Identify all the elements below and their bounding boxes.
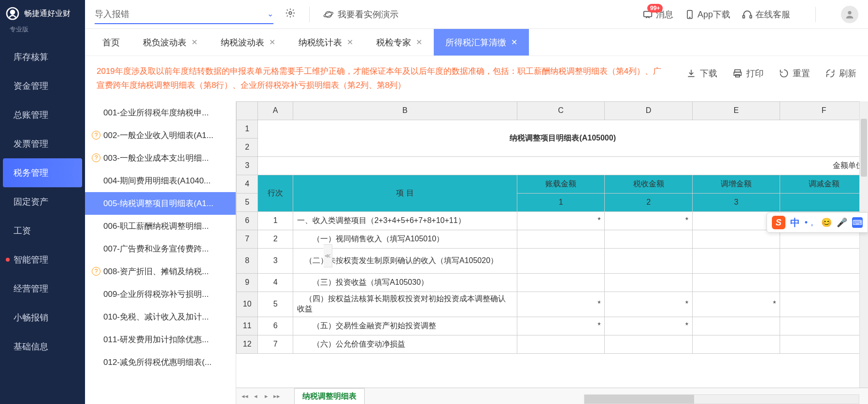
tab-3[interactable]: 纳税统计表✕ xyxy=(287,29,365,56)
sheet-title[interactable]: 纳税调整项目明细表(A105000) xyxy=(258,120,868,156)
data-d[interactable]: * xyxy=(605,292,693,317)
sheet-nav-next[interactable]: ▸ xyxy=(261,392,271,400)
col-header-E[interactable]: E xyxy=(692,101,780,120)
data-d[interactable] xyxy=(605,335,693,353)
data-item[interactable]: （六）公允价值变动净损益 xyxy=(293,335,517,353)
nav-item-1[interactable]: 资金管理 xyxy=(0,71,85,100)
form-item-9[interactable]: 010-免税、减计收入及加计... xyxy=(85,306,236,328)
data-c[interactable]: * xyxy=(517,292,605,317)
support-button[interactable]: 在线客服 xyxy=(742,9,790,20)
search-dropdown[interactable]: 导入报错 ⌄ xyxy=(95,5,273,24)
sheet-tab[interactable]: 纳税调整明细表 xyxy=(294,388,365,404)
close-icon[interactable]: ✕ xyxy=(269,38,275,47)
row-num[interactable]: 4 xyxy=(237,175,258,193)
data-c[interactable] xyxy=(517,273,605,292)
data-f[interactable] xyxy=(780,317,868,335)
form-item-10[interactable]: 011-研发费用加计扣除优惠... xyxy=(85,328,236,351)
tab-4[interactable]: 税检专家✕ xyxy=(365,29,434,56)
gear-icon[interactable] xyxy=(285,8,296,21)
nav-item-4[interactable]: 税务管理 xyxy=(3,158,82,187)
row-num[interactable]: 12 xyxy=(237,335,258,353)
form-item-6[interactable]: 007-广告费和业务宣传费跨... xyxy=(85,237,236,260)
row-num[interactable]: 11 xyxy=(237,317,258,335)
data-e[interactable] xyxy=(692,273,780,292)
form-item-3[interactable]: 004-期间费用明细表(A1040... xyxy=(85,169,236,192)
horizontal-scrollbar[interactable] xyxy=(584,394,859,404)
row-num[interactable]: 6 xyxy=(237,211,258,230)
nav-item-3[interactable]: 发票管理 xyxy=(0,129,85,158)
col-header-F[interactable]: F xyxy=(780,101,868,120)
hdr2-c[interactable]: 1 xyxy=(517,193,605,211)
data-e[interactable] xyxy=(692,248,780,273)
form-item-8[interactable]: 009-企业所得税弥补亏损明... xyxy=(85,283,236,306)
data-f[interactable] xyxy=(780,292,868,317)
data-c[interactable] xyxy=(517,335,605,353)
data-item[interactable]: （三）投资收益（填写A105030） xyxy=(293,273,517,292)
row-num[interactable]: 9 xyxy=(237,273,258,292)
tab-0[interactable]: 首页 xyxy=(91,29,131,56)
row-num[interactable]: 10 xyxy=(237,292,258,317)
data-e[interactable]: * xyxy=(692,292,780,317)
form-item-11[interactable]: 012-减免所得税优惠明细表(... xyxy=(85,351,236,374)
data-d[interactable] xyxy=(605,248,693,273)
hdr-item[interactable]: 项 目 xyxy=(293,175,517,211)
nav-item-7[interactable]: 智能管理 xyxy=(0,245,85,274)
close-icon[interactable]: ✕ xyxy=(511,38,517,47)
close-icon[interactable]: ✕ xyxy=(416,38,422,47)
hdr-rownum[interactable]: 行次 xyxy=(258,175,293,211)
data-d[interactable] xyxy=(605,230,693,248)
data-seq[interactable]: 6 xyxy=(258,317,293,335)
data-e[interactable] xyxy=(692,317,780,335)
data-c[interactable] xyxy=(517,248,605,273)
hdr-d[interactable]: 税收金额 xyxy=(605,175,693,193)
sheet-nav-last[interactable]: ▸▸ xyxy=(272,392,282,400)
data-seq[interactable]: 1 xyxy=(258,211,293,230)
collapse-handle[interactable]: ≪ xyxy=(324,244,332,267)
data-item[interactable]: （五）交易性金融资产初始投资调整 xyxy=(293,317,517,335)
data-e[interactable] xyxy=(692,335,780,353)
data-seq[interactable]: 4 xyxy=(258,273,293,292)
form-item-1[interactable]: ?002-一般企业收入明细表(A1... xyxy=(85,124,236,147)
tab-5[interactable]: 所得税汇算清缴✕ xyxy=(434,29,529,56)
hdr2-f[interactable] xyxy=(780,193,868,211)
nav-item-0[interactable]: 库存核算 xyxy=(0,42,85,71)
row-num[interactable]: 1 xyxy=(237,120,258,138)
data-f[interactable] xyxy=(780,248,868,273)
row-num[interactable]: 3 xyxy=(237,156,258,175)
ime-emoji-icon[interactable]: 😊 xyxy=(821,217,832,228)
tab-1[interactable]: 税负波动表✕ xyxy=(131,29,209,56)
ime-keyboard-icon[interactable]: ⌨ xyxy=(852,217,863,228)
row-num[interactable]: 8 xyxy=(237,248,258,273)
row-num[interactable]: 2 xyxy=(237,138,258,156)
app-download-button[interactable]: App下载 xyxy=(685,9,730,20)
data-d[interactable] xyxy=(605,273,693,292)
nav-item-8[interactable]: 经营管理 xyxy=(0,274,85,303)
col-header-D[interactable]: D xyxy=(605,101,693,120)
tab-2[interactable]: 纳税波动表✕ xyxy=(209,29,287,56)
form-item-5[interactable]: 006-职工薪酬纳税调整明细... xyxy=(85,215,236,237)
refresh-button[interactable]: 刷新 xyxy=(825,68,856,79)
ime-punct-icon[interactable]: •， xyxy=(805,217,816,228)
ime-toolbar[interactable]: S 中 •， 😊 🎤 ⌨ xyxy=(767,212,868,233)
ime-mic-icon[interactable]: 🎤 xyxy=(837,217,847,228)
download-button[interactable]: 下载 xyxy=(686,68,717,79)
data-seq[interactable]: 7 xyxy=(258,335,293,353)
sheet-nav-first[interactable]: ◂◂ xyxy=(240,392,250,400)
messages-button[interactable]: 99+ 消息 xyxy=(642,9,673,20)
close-icon[interactable]: ✕ xyxy=(347,38,353,47)
row-num[interactable]: 7 xyxy=(237,230,258,248)
form-item-2[interactable]: ?003-一般企业成本支出明细... xyxy=(85,147,236,169)
close-icon[interactable]: ✕ xyxy=(191,38,198,47)
nav-item-2[interactable]: 总账管理 xyxy=(0,100,85,129)
data-c[interactable]: * xyxy=(517,211,605,230)
hdr-c[interactable]: 账载金额 xyxy=(517,175,605,193)
nav-item-9[interactable]: 小畅报销 xyxy=(0,303,85,332)
data-d[interactable]: * xyxy=(605,211,693,230)
ime-lang[interactable]: 中 xyxy=(790,216,800,229)
print-button[interactable]: 打印 xyxy=(733,68,764,79)
row-num[interactable]: 5 xyxy=(237,193,258,211)
data-f[interactable] xyxy=(780,335,868,353)
col-header-B[interactable]: B xyxy=(293,101,517,120)
data-seq[interactable]: 5 xyxy=(258,292,293,317)
form-item-7[interactable]: ?008-资产折旧、摊销及纳税... xyxy=(85,260,236,283)
